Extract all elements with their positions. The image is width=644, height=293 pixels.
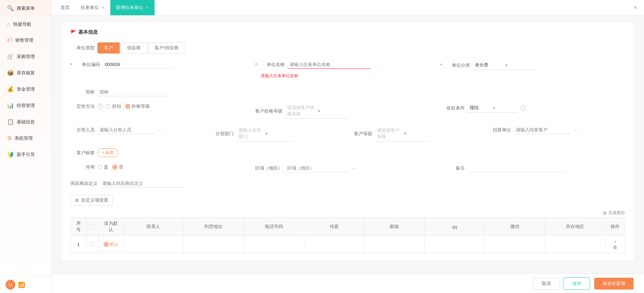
btn-customer[interactable]: 客户 — [97, 42, 120, 54]
cell-email[interactable] — [364, 236, 424, 253]
radio-discount[interactable]: 折扣 — [106, 103, 121, 109]
customer-price-level-placeholder: 请选择客户价格等级 — [287, 105, 316, 117]
field-region: 区域（地区） ··· — [255, 164, 440, 172]
add-row-btn[interactable]: + — [613, 239, 618, 244]
settlement-unit-more-btn[interactable]: ··· — [572, 127, 579, 133]
sidebar-item-label: 资金管理 — [17, 86, 35, 92]
radio-circle-price-level — [125, 104, 130, 109]
btn-supplier[interactable]: 供应商 — [120, 42, 147, 54]
radio-circle-yes — [97, 165, 102, 170]
phone-input[interactable] — [247, 242, 300, 247]
fax-input[interactable] — [308, 242, 361, 247]
customer-level-select[interactable]: 请选择客户等级 ▼ — [375, 126, 431, 141]
radio-yes-label: 是 — [104, 164, 108, 170]
region-table-input[interactable] — [549, 242, 602, 247]
department-select[interactable]: 请输入分管部门 ▼ — [236, 126, 292, 141]
contact-input[interactable] — [127, 242, 180, 247]
user-level-icon: 📶 — [18, 282, 25, 288]
main-close-btn[interactable]: × — [630, 5, 641, 11]
sidebar-item-system[interactable]: ⚙ 系统管理 — [0, 130, 51, 146]
radio-circle-no — [112, 165, 117, 170]
sales-icon: 🏷 — [7, 37, 13, 43]
basic-icon: 📋 — [7, 119, 14, 125]
sidebar-item-search[interactable]: 🔍 搜索菜单 — [0, 0, 51, 16]
save-button[interactable]: 保存 — [564, 277, 590, 290]
cell-contact[interactable] — [123, 236, 183, 253]
table-row: 1 默认 — [71, 236, 625, 253]
tab-new-partner-close[interactable]: × — [145, 5, 149, 11]
short-name-label: 简称 — [70, 89, 95, 95]
radio-no[interactable]: 否 — [112, 164, 123, 170]
short-name-input[interactable] — [97, 88, 167, 96]
sidebar-item-basic[interactable]: 📋 基础信息 — [0, 114, 51, 130]
save-new-button[interactable]: 保存并新增 — [594, 278, 634, 290]
region-more-btn[interactable]: ··· — [351, 165, 358, 171]
chevron-down-icon: ▼ — [505, 63, 533, 67]
pricing-method-label: 定价方法 — [70, 103, 95, 109]
region-label: 区域（地区） — [255, 165, 282, 171]
department-placeholder: 请输入分管部门 — [238, 127, 264, 140]
help-icon-payment[interactable]: ? — [520, 105, 526, 111]
address-input[interactable] — [187, 242, 240, 247]
supplier-custom-input[interactable] — [100, 179, 184, 188]
manager-more-btn[interactable]: ··· — [156, 127, 163, 133]
tab-partners-close[interactable]: × — [101, 5, 105, 11]
sidebar-item-purchase[interactable]: 🛒 采购管理 — [0, 48, 51, 65]
radio-price-level[interactable]: 价格等级 — [125, 103, 150, 109]
delete-row-btn[interactable]: 🗑 — [612, 244, 619, 250]
customer-price-level-select[interactable]: 请选择客户价格等级 ▼ — [285, 103, 348, 119]
tab-partners[interactable]: 往来单位 × — [75, 0, 110, 15]
cancel-button[interactable]: 取消 — [533, 277, 559, 290]
cell-qq[interactable] — [424, 236, 485, 253]
cell-phone[interactable] — [244, 236, 304, 253]
disabled-radio-group: 是 否 — [97, 164, 123, 170]
sidebar-item-label: 系统管理 — [15, 135, 33, 141]
row-checkbox[interactable] — [90, 242, 95, 247]
help-icon-pricing[interactable]: ? — [97, 104, 103, 109]
note-input[interactable] — [468, 164, 565, 172]
field-pricing-method: 定价方法 ? 折扣 价格等级 — [70, 103, 255, 109]
email-input[interactable] — [368, 242, 421, 247]
basic-info-card: 🚩 基本信息 单位类型 客户 供应商 客户/供应商 * 单位编码 — [62, 22, 634, 260]
operation-icon: 📊 — [7, 102, 14, 109]
manager-input[interactable] — [97, 126, 153, 134]
cell-wechat[interactable] — [485, 236, 545, 253]
add-tag-btn[interactable]: + 标签 — [97, 148, 118, 157]
payment-terms-select[interactable]: 现结 ▼ — [468, 103, 516, 113]
unit-category-value: 未分类 — [475, 62, 503, 68]
custom-settings-btn[interactable]: ⚙ 自定义项设置 — [70, 195, 113, 206]
batch-delete-btn[interactable]: 🗑 批量删除 — [603, 210, 625, 216]
default-radio[interactable]: 默认 — [102, 242, 120, 247]
sidebar-item-label: 搜索菜单 — [17, 5, 35, 11]
section-title: 🚩 基本信息 — [70, 29, 625, 35]
form-row-supplier-custom: 供应商自定义 — [70, 179, 625, 188]
tab-new-partner[interactable]: 新增往来单位 × — [110, 0, 155, 15]
qq-input[interactable] — [428, 242, 481, 247]
btn-both[interactable]: 客户/供应商 — [148, 42, 185, 54]
cell-address[interactable] — [183, 236, 244, 253]
sidebar-item-finance[interactable]: 💰 资金管理 — [0, 81, 51, 97]
sidebar-item-sales[interactable]: 🏷 销售管理 — [0, 32, 51, 48]
cell-fax[interactable] — [304, 236, 364, 253]
select-all-checkbox[interactable] — [90, 224, 95, 229]
tab-home[interactable]: 首页 — [55, 0, 75, 15]
sidebar-item-inventory[interactable]: 📦 库存核算 — [0, 65, 51, 81]
department-label: 分管部门 — [209, 131, 234, 137]
region-input[interactable] — [285, 164, 348, 172]
wechat-input[interactable] — [488, 242, 541, 247]
settlement-unit-input[interactable] — [514, 126, 570, 134]
sidebar-item-guide[interactable]: 🔰 新手引导 — [0, 146, 51, 163]
sidebar-item-operation[interactable]: 📊 经营管理 — [0, 97, 51, 114]
manager-label: 分管人员 — [70, 127, 95, 133]
payment-terms-value: 现结 — [470, 105, 491, 111]
unit-code-input[interactable] — [103, 60, 172, 69]
radio-yes[interactable]: 是 — [97, 164, 108, 170]
system-icon: ⚙ — [7, 135, 12, 141]
customer-tag-label: 客户标签 — [70, 150, 95, 156]
sidebar-item-quicknav[interactable]: ⌂ 快捷导航 — [0, 16, 51, 32]
table-toolbar: 🗑 批量删除 — [70, 210, 625, 216]
cell-region[interactable] — [545, 236, 605, 253]
col-check — [86, 218, 99, 236]
unit-category-select[interactable]: 未分类 ▼ — [473, 60, 535, 70]
unit-name-input[interactable] — [288, 60, 371, 69]
